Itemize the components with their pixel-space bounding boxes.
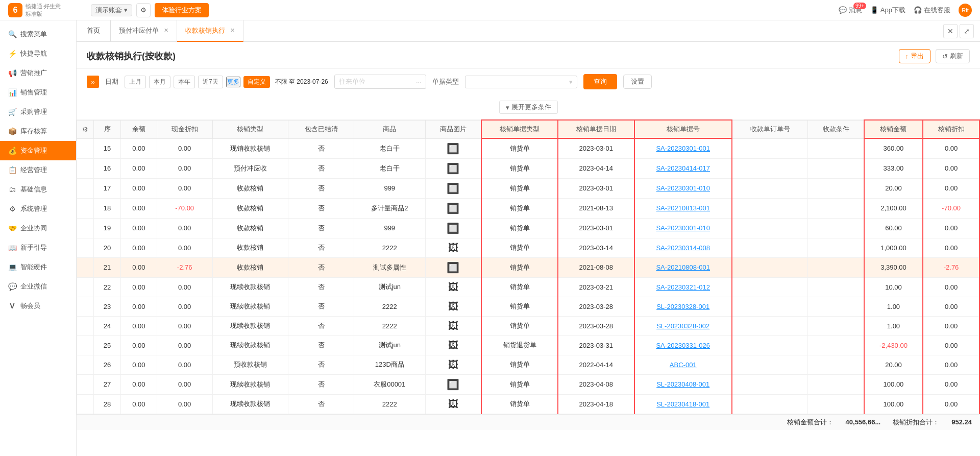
tab-close-writeoff[interactable]: ✕: [230, 27, 235, 34]
cell-voucher-no[interactable]: SA-20210808-001: [634, 257, 732, 277]
cell-voucher-no[interactable]: SA-20210813-001: [634, 198, 732, 218]
cell-voucher-no[interactable]: SL-20230328-001: [634, 297, 732, 316]
cell-voucher-no[interactable]: SA-20230314-008: [634, 238, 732, 257]
sidebar-item-inventory[interactable]: 📦 库存核算: [0, 122, 76, 141]
cell-voucher-no[interactable]: SL-20230418-001: [634, 394, 732, 414]
cell-voucher-date: 2023-04-18: [558, 394, 634, 414]
cell-product: 测试多属性: [354, 257, 425, 277]
sidebar-item-purchase[interactable]: 🛒 采购管理: [0, 102, 76, 122]
tab-prepay[interactable]: 预付冲应付单 ✕: [111, 20, 177, 42]
sidebar-item-hardware[interactable]: 💻 智能硬件: [0, 257, 76, 277]
date-custom-btn[interactable]: 自定义: [243, 76, 270, 88]
date-more-btn[interactable]: 更多: [226, 77, 240, 87]
sidebar-item-system[interactable]: ⚙ 系统管理: [0, 199, 76, 219]
cell-included: 否: [288, 297, 354, 316]
tab-expand-btn[interactable]: ⤢: [960, 24, 974, 38]
cell-product: 999: [354, 218, 425, 238]
voucher-no-link[interactable]: SA-20210813-001: [656, 204, 710, 212]
expand-more-btn[interactable]: ▾ 展开更多条件: [499, 101, 558, 114]
cell-product: 测试jun: [354, 277, 425, 297]
refresh-button[interactable]: ↺ 刷新: [936, 49, 970, 63]
industry-button[interactable]: 体验行业方案: [155, 3, 209, 17]
base-icon: 🗂: [8, 185, 16, 194]
cell-voucher-date: 2023-03-01: [558, 178, 634, 198]
sidebar-item-marketing[interactable]: 📢 营销推广: [0, 63, 76, 83]
tab-writeoff[interactable]: 收款核销执行 ✕: [177, 20, 243, 42]
counterpart-dots[interactable]: ···: [416, 78, 422, 86]
voucher-type-select[interactable]: ▾: [465, 76, 577, 88]
voucher-no-link[interactable]: SA-20230331-026: [656, 342, 710, 349]
voucher-no-link[interactable]: SL-20230328-002: [656, 322, 709, 330]
filter-settings-button[interactable]: 设置: [623, 75, 652, 89]
cell-write-off-amount: 360.00: [864, 138, 923, 158]
col-header-gear[interactable]: ⚙: [77, 120, 94, 138]
voucher-no-link[interactable]: SL-20230418-001: [656, 400, 709, 408]
voucher-no-link[interactable]: SA-20230301-010: [656, 184, 710, 192]
cell-write-off-discount: 0.00: [923, 355, 979, 374]
cell-voucher-date: 2023-03-21: [558, 277, 634, 297]
cell-voucher-no[interactable]: ABC-001: [634, 355, 732, 374]
voucher-no-link[interactable]: SA-20210808-001: [656, 263, 710, 271]
query-button[interactable]: 查询: [583, 74, 617, 89]
voucher-no-link[interactable]: SL-20230408-001: [656, 380, 709, 388]
headset-icon: 🎧: [914, 6, 922, 14]
sidebar-item-member[interactable]: V 畅会员: [0, 296, 76, 316]
sidebar-item-sales[interactable]: 📊 销售管理: [0, 83, 76, 102]
tab-close-prepay[interactable]: ✕: [164, 27, 168, 34]
sidebar-item-base[interactable]: 🗂 基础信息: [0, 180, 76, 199]
sidebar-item-guide[interactable]: 📖 新手引导: [0, 238, 76, 257]
cell-included: 否: [288, 198, 354, 218]
cell-write-off-type: 预付冲应收: [212, 158, 288, 178]
cell-voucher-no[interactable]: SA-20230301-010: [634, 178, 732, 198]
date-last-7days[interactable]: 近7天: [198, 76, 223, 88]
voucher-no-link[interactable]: ABC-001: [670, 361, 697, 369]
cell-cash-discount: 0.00: [157, 394, 212, 414]
cell-balance: 0.00: [121, 158, 157, 178]
cell-voucher-no[interactable]: SA-20230414-017: [634, 158, 732, 178]
tab-close-btn[interactable]: ✕: [943, 24, 958, 38]
sidebar-item-operations[interactable]: 📋 经营管理: [0, 160, 76, 180]
org-selector[interactable]: 演示账套 ▾: [91, 4, 132, 16]
sidebar-item-collab[interactable]: 🤝 企业协同: [0, 219, 76, 238]
voucher-no-link[interactable]: SA-20230321-012: [656, 283, 710, 291]
cell-voucher-no[interactable]: SA-20230321-012: [634, 277, 732, 297]
voucher-no-link[interactable]: SA-20230314-008: [656, 244, 710, 252]
logo-area: 6 畅捷通·好生意标准版: [8, 3, 85, 17]
cell-write-off-type: 收款核销: [212, 178, 288, 198]
cell-voucher-no[interactable]: SA-20230301-001: [634, 138, 732, 158]
date-this-month[interactable]: 本月: [149, 76, 170, 88]
cell-voucher-no[interactable]: SA-20230301-010: [634, 218, 732, 238]
gear-button[interactable]: ⚙: [136, 3, 151, 17]
sidebar-item-wechat[interactable]: 💬 企业微信: [0, 277, 76, 296]
cell-voucher-no[interactable]: SL-20230328-002: [634, 316, 732, 335]
col-header-payment-terms: 收款条件: [808, 120, 864, 138]
online-service-button[interactable]: 🎧 在线客服: [914, 6, 950, 15]
message-button[interactable]: 💬 消息 99+: [839, 6, 862, 15]
voucher-no-link[interactable]: SA-20230301-001: [656, 145, 710, 152]
cell-included: 否: [288, 158, 354, 178]
hardware-icon: 💻: [8, 263, 16, 271]
user-avatar[interactable]: Rit: [959, 4, 972, 17]
table-row: 190.000.00收款核销否999🔲销货单2023-03-01SA-20230…: [77, 218, 980, 238]
sidebar-item-nav[interactable]: ⚡ 快捷导航: [0, 44, 76, 63]
cell-voucher-no[interactable]: SA-20230331-026: [634, 335, 732, 355]
table-body: 150.000.00现销收款核销否老白干🔲销货单2023-03-01SA-202…: [77, 138, 980, 414]
filter-expand-icon[interactable]: »: [87, 76, 99, 88]
cell-balance: 0.00: [121, 394, 157, 414]
cell-voucher-no[interactable]: SL-20230408-001: [634, 374, 732, 394]
voucher-no-link[interactable]: SA-20230414-017: [656, 164, 710, 172]
tab-home[interactable]: 首页: [77, 20, 111, 42]
date-this-year[interactable]: 本年: [174, 76, 195, 88]
app-download-button[interactable]: 📱 App下载: [870, 6, 905, 15]
sidebar-item-finance[interactable]: 💰 资金管理: [0, 141, 76, 160]
voucher-no-link[interactable]: SA-20230301-010: [656, 224, 710, 232]
cell-voucher-date: 2021-08-13: [558, 198, 634, 218]
export-button[interactable]: ↑ 导出: [899, 49, 931, 63]
counterpart-input[interactable]: 往来单位 ···: [334, 75, 426, 89]
voucher-no-link[interactable]: SL-20230328-001: [656, 303, 709, 310]
cell-write-off-discount: 0.00: [923, 178, 979, 198]
cell-gear: [77, 198, 94, 218]
date-last-month[interactable]: 上月: [125, 76, 146, 88]
cell-write-off-amount: 60.00: [864, 218, 923, 238]
sidebar-item-search[interactable]: 🔍 搜索菜单: [0, 25, 76, 44]
